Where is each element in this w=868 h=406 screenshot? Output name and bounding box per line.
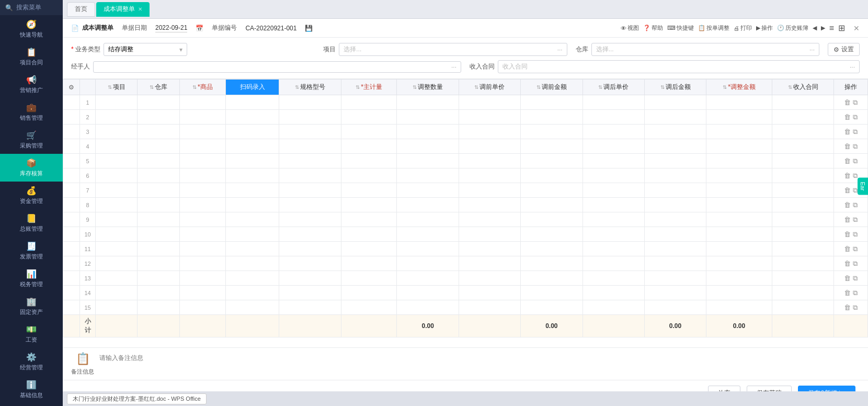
row-data-cell[interactable]: [397, 95, 459, 110]
row-data-cell[interactable]: [459, 154, 520, 168]
row-data-cell[interactable]: [706, 198, 772, 212]
row-data-cell[interactable]: [397, 183, 459, 198]
row-data-cell[interactable]: [459, 271, 520, 286]
sidebar-item-fixed-assets[interactable]: 🏢 固定资产: [0, 292, 63, 320]
row-data-cell[interactable]: [706, 154, 772, 168]
handler-input[interactable]: ···: [93, 61, 461, 73]
delete-row-icon[interactable]: 🗑: [844, 303, 851, 312]
copy-row-icon[interactable]: ⧉: [853, 274, 858, 283]
row-data-cell[interactable]: [138, 212, 179, 227]
row-data-cell[interactable]: [138, 110, 179, 125]
row-data-cell[interactable]: [583, 271, 644, 286]
warehouse-input[interactable]: 选择... ···: [591, 43, 819, 56]
col-after-amount[interactable]: ⇅调后金额: [644, 80, 706, 95]
row-data-cell[interactable]: [279, 110, 341, 125]
copy-row-icon[interactable]: ⧉: [853, 128, 858, 136]
row-data-cell[interactable]: [341, 256, 397, 271]
row-data-cell[interactable]: [521, 286, 583, 300]
row-data-cell[interactable]: [772, 271, 833, 286]
row-data-cell[interactable]: [772, 139, 833, 154]
row-data-cell[interactable]: [583, 227, 644, 242]
row-data-cell[interactable]: [772, 110, 833, 125]
row-data-cell[interactable]: [459, 168, 520, 183]
row-data-cell[interactable]: [583, 286, 644, 300]
delete-row-icon[interactable]: 🗑: [844, 245, 851, 253]
sidebar-item-inventory[interactable]: 📦 库存核算: [0, 154, 63, 182]
row-data-cell[interactable]: [96, 125, 138, 139]
copy-row-icon[interactable]: ⧉: [853, 142, 858, 151]
row-data-cell[interactable]: [96, 212, 138, 227]
row-data-cell[interactable]: [279, 227, 341, 242]
notes-icon-area[interactable]: 📋 备注信息: [71, 352, 94, 376]
row-data-cell[interactable]: [341, 286, 397, 300]
row-data-cell[interactable]: [138, 125, 179, 139]
col-after-price[interactable]: ⇅调后单价: [583, 80, 644, 95]
row-data-cell[interactable]: [772, 154, 833, 168]
row-data-cell[interactable]: [96, 286, 138, 300]
row-data-cell[interactable]: [341, 212, 397, 227]
copy-row-icon[interactable]: ⧉: [853, 157, 858, 165]
col-product[interactable]: ⇅*商品: [179, 80, 225, 95]
row-data-cell[interactable]: [397, 139, 459, 154]
delete-row-icon[interactable]: 🗑: [844, 142, 851, 151]
row-data-cell[interactable]: [96, 154, 138, 168]
nav-prev-btn[interactable]: ◀: [813, 25, 817, 31]
row-data-cell[interactable]: [225, 242, 279, 256]
row-data-cell[interactable]: [179, 212, 225, 227]
row-data-cell[interactable]: [706, 168, 772, 183]
row-data-cell[interactable]: [225, 256, 279, 271]
row-data-cell[interactable]: [772, 227, 833, 242]
delete-row-icon[interactable]: 🗑: [844, 157, 851, 165]
row-data-cell[interactable]: [521, 212, 583, 227]
row-data-cell[interactable]: [341, 242, 397, 256]
modal-close-button[interactable]: ✕: [853, 24, 860, 32]
delete-row-icon[interactable]: 🗑: [844, 216, 851, 224]
row-data-cell[interactable]: [225, 110, 279, 125]
row-data-cell[interactable]: [644, 95, 706, 110]
row-data-cell[interactable]: [397, 286, 459, 300]
row-data-cell[interactable]: [521, 183, 583, 198]
row-data-cell[interactable]: [644, 300, 706, 315]
row-data-cell[interactable]: [179, 300, 225, 315]
row-data-cell[interactable]: [279, 300, 341, 315]
row-data-cell[interactable]: [521, 271, 583, 286]
copy-row-icon[interactable]: ⧉: [853, 260, 858, 268]
row-data-cell[interactable]: [521, 198, 583, 212]
row-data-cell[interactable]: [397, 271, 459, 286]
delete-row-icon[interactable]: 🗑: [844, 113, 851, 121]
row-data-cell[interactable]: [397, 300, 459, 315]
col-income-contract[interactable]: ⇅收入合同: [772, 80, 833, 95]
col-settings[interactable]: ⚙: [63, 80, 80, 95]
row-data-cell[interactable]: [644, 139, 706, 154]
row-data-cell[interactable]: [397, 242, 459, 256]
row-data-cell[interactable]: [225, 286, 279, 300]
delete-row-icon[interactable]: 🗑: [844, 186, 851, 195]
row-data-cell[interactable]: [459, 183, 520, 198]
col-project[interactable]: ⇅项目: [96, 80, 138, 95]
row-data-cell[interactable]: [706, 256, 772, 271]
row-data-cell[interactable]: [279, 95, 341, 110]
row-data-cell[interactable]: [279, 242, 341, 256]
row-data-cell[interactable]: [459, 242, 520, 256]
row-data-cell[interactable]: [179, 271, 225, 286]
copy-row-icon[interactable]: ⧉: [853, 186, 858, 195]
row-data-cell[interactable]: [706, 125, 772, 139]
row-data-cell[interactable]: [459, 198, 520, 212]
row-data-cell[interactable]: [96, 300, 138, 315]
row-data-cell[interactable]: [772, 183, 833, 198]
row-data-cell[interactable]: [341, 271, 397, 286]
row-data-cell[interactable]: [225, 125, 279, 139]
row-data-cell[interactable]: [179, 168, 225, 183]
help-btn[interactable]: ❓ 帮助: [643, 24, 663, 32]
row-data-cell[interactable]: [397, 125, 459, 139]
sidebar-item-purchase-mgmt[interactable]: 🛒 采购管理: [0, 126, 63, 154]
copy-row-icon[interactable]: ⧉: [853, 172, 858, 180]
row-data-cell[interactable]: [96, 271, 138, 286]
row-data-cell[interactable]: [583, 300, 644, 315]
row-data-cell[interactable]: [706, 183, 772, 198]
row-data-cell[interactable]: [521, 139, 583, 154]
row-data-cell[interactable]: [521, 125, 583, 139]
row-data-cell[interactable]: [644, 212, 706, 227]
sidebar-item-payroll[interactable]: 💵 工资: [0, 320, 63, 348]
order-adjust-btn[interactable]: 📋 按单调整: [698, 24, 729, 32]
